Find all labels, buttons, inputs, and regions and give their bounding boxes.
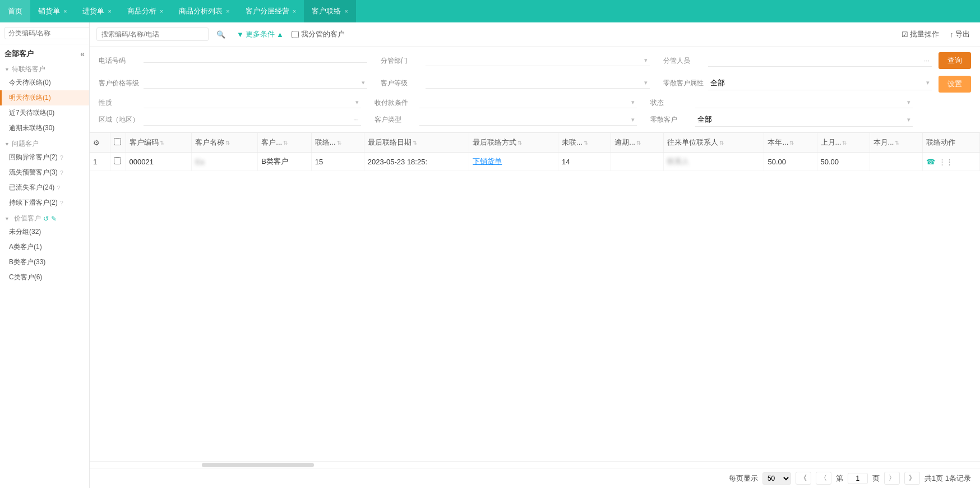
th-last-date[interactable]: 最后联络日期⇅ [364, 133, 469, 153]
customer-level-select[interactable]: ▾ [426, 77, 649, 89]
table-footer: 每页显示 50 10 20 100 《 〈 第 页 〉 》 共1页 1条记录 [90, 468, 980, 488]
table-header-row: ⚙ 客户编码⇅ 客户名称⇅ 客户...⇅ 联络...⇅ 最后联络日期⇅ 最后联络… [90, 133, 980, 153]
batch-op-button[interactable]: ☑ 批量操作 [898, 27, 942, 42]
filter-field-phone: 电话号码 [99, 56, 367, 66]
row-checkbox[interactable] [114, 157, 121, 164]
action-contact-icon[interactable]: ☎ [926, 158, 935, 166]
my-customers-checkbox[interactable] [292, 31, 299, 38]
td-checkbox[interactable] [110, 153, 126, 171]
batch-op-icon: ☑ [902, 30, 908, 39]
nav-item-purchase[interactable]: 进货单 × [75, 0, 119, 22]
dept-select[interactable]: ▾ [426, 55, 649, 66]
query-button[interactable]: 查询 [939, 52, 971, 69]
collapse-icon: « [80, 49, 85, 58]
filter-field-retail-attr: 零散客户属性 全部▾ [663, 76, 932, 90]
sidebar-item-today[interactable]: 今天待联络(0) [0, 75, 89, 90]
sidebar-item-churn-warn[interactable]: 流失预警客户(3)? [0, 165, 89, 180]
sidebar-item-abnormal[interactable]: 回购异常客户(2)? [0, 150, 89, 165]
nav-item-product-list[interactable]: 商品分析列表 × [171, 0, 237, 22]
export-button[interactable]: ↑ 导出 [947, 27, 974, 42]
th-contact-count[interactable]: 联络...⇅ [311, 133, 364, 153]
th-last-method[interactable]: 最后联络方式⇅ [469, 133, 558, 153]
close-purchase-icon[interactable]: × [108, 8, 111, 15]
export-icon: ↑ [950, 30, 954, 39]
nav-item-customer-contact[interactable]: 客户联络 × [304, 0, 355, 22]
page-size-label: 每页显示 [729, 473, 758, 484]
adv-filter-row3: 性质 ▾ 收付款条件 ▾ 状态 [99, 97, 971, 108]
filter-bar: 🔍 ▼ 更多条件 ▲ 我分管的客户 ☑ 批量操作 ↑ [90, 22, 980, 47]
close-product-analysis-icon[interactable]: × [160, 8, 163, 15]
sidebar-item-ungroup[interactable]: 未分组(32) [0, 224, 89, 240]
sidebar-item-7days[interactable]: 近7天待联络(0) [0, 105, 89, 121]
th-uncontact[interactable]: 未联...⇅ [558, 133, 611, 153]
td-name[interactable]: Ea [192, 153, 258, 171]
scrollbar-thumb[interactable] [202, 463, 314, 467]
nature-label: 性质 [99, 98, 144, 108]
sidebar-section-pending: 待联络客户 [0, 61, 89, 75]
close-customer-contact-icon[interactable]: × [344, 8, 348, 15]
prev-page-button[interactable]: 〈 [816, 472, 831, 485]
more-filter-button[interactable]: ▼ 更多条件 ▲ [233, 27, 287, 42]
first-page-button[interactable]: 《 [796, 472, 811, 485]
retail-attr-select[interactable]: 全部▾ [708, 76, 932, 90]
sidebar-item-tomorrow[interactable]: 明天待联络(1) [0, 90, 89, 105]
sidebar-item-b-class[interactable]: B类客户(33) [0, 255, 89, 270]
content-area: 🔍 ▼ 更多条件 ▲ 我分管的客户 ☑ 批量操作 ↑ [90, 22, 980, 488]
th-overdue[interactable]: 逾期...⇅ [611, 133, 664, 153]
sidebar-item-c-class[interactable]: C类客户(6) [0, 270, 89, 285]
search-button[interactable]: 🔍 [213, 29, 229, 40]
value-refresh-icon[interactable]: ↺ [43, 215, 49, 223]
td-last-month: 50.00 [817, 153, 870, 171]
horizontal-scrollbar[interactable] [90, 461, 980, 468]
customer-type-select[interactable]: ▾ [419, 114, 637, 126]
page-number-input[interactable] [848, 473, 868, 484]
data-table-area: ⚙ 客户编码⇅ 客户名称⇅ 客户...⇅ 联络...⇅ 最后联络日期⇅ 最后联络… [90, 133, 980, 461]
th-this-month[interactable]: 本月...⇅ [870, 133, 922, 153]
nav-item-home[interactable]: 首页 [0, 0, 30, 22]
sidebar-item-declining[interactable]: 持续下滑客户(2)? [0, 195, 89, 210]
chevron-up-icon: ▲ [276, 30, 284, 39]
close-product-list-icon[interactable]: × [226, 8, 229, 15]
setting-button[interactable]: 设置 [939, 76, 971, 93]
close-customer-tier-icon[interactable]: × [293, 8, 296, 15]
sidebar-all-customers[interactable]: 全部客户 « [0, 44, 89, 61]
last-page-button[interactable]: 》 [904, 472, 920, 485]
manager-input[interactable]: ··· [708, 55, 932, 67]
th-checkbox[interactable] [110, 133, 126, 153]
setting-btn-col: 设置 [939, 73, 971, 93]
th-contact-person[interactable]: 往来单位联系人⇅ [664, 133, 764, 153]
nature-select[interactable]: ▾ [144, 97, 361, 108]
value-edit-icon[interactable]: ✎ [51, 215, 57, 223]
select-all-checkbox[interactable] [114, 138, 121, 145]
td-last-method[interactable]: 下销货单 [469, 153, 558, 171]
search-input[interactable] [96, 27, 209, 41]
retail-customer-select[interactable]: 全部▾ [695, 113, 913, 127]
total-records-label: 共1页 1条记录 [924, 473, 971, 484]
price-level-select[interactable]: ▾ [144, 77, 367, 89]
th-name[interactable]: 客户名称⇅ [192, 133, 258, 153]
filter-bar-right: ☑ 批量操作 ↑ 导出 [898, 27, 974, 42]
payment-label: 收付款条件 [375, 98, 419, 108]
sidebar-search-input[interactable] [4, 27, 90, 39]
status-select[interactable]: ▾ [695, 97, 913, 108]
th-gear[interactable]: ⚙ [90, 133, 110, 153]
next-page-button[interactable]: 〉 [884, 472, 900, 485]
phone-input[interactable] [144, 59, 367, 63]
th-type[interactable]: 客户...⇅ [258, 133, 311, 153]
nav-item-product-analysis[interactable]: 商品分析 × [119, 0, 171, 22]
region-input[interactable]: ··· [144, 114, 361, 126]
page-size-select[interactable]: 50 10 20 100 [762, 472, 791, 485]
sidebar-item-churned[interactable]: 已流失客户(24)? [0, 180, 89, 195]
th-this-year[interactable]: 本年...⇅ [764, 133, 817, 153]
th-last-month[interactable]: 上月...⇅ [817, 133, 870, 153]
nav-item-customer-tier[interactable]: 客户分层经营 × [238, 0, 304, 22]
sidebar-item-overdue[interactable]: 逾期未联络(30) [0, 121, 89, 136]
td-action[interactable]: ☎ ⋮⋮ [922, 153, 979, 171]
my-customers-checkbox-label[interactable]: 我分管的客户 [292, 29, 345, 39]
nav-item-sales[interactable]: 销货单 × [30, 0, 75, 22]
action-more-icon[interactable]: ⋮⋮ [939, 158, 953, 166]
payment-select[interactable]: ▾ [419, 97, 637, 108]
close-sales-icon[interactable]: × [63, 8, 67, 15]
sidebar-item-a-class[interactable]: A类客户(1) [0, 240, 89, 255]
th-code[interactable]: 客户编码⇅ [126, 133, 192, 153]
